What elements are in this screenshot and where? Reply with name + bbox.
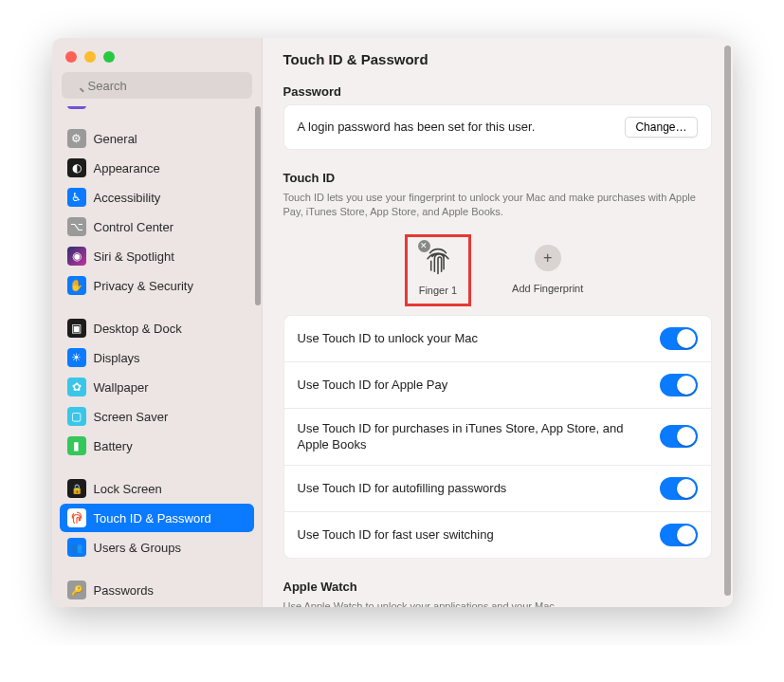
toggle-row-purchases: Use Touch ID for purchases in iTunes Sto… xyxy=(284,408,711,465)
sidebar-item-wallpaper[interactable]: ✿ Wallpaper xyxy=(60,373,254,401)
sidebar-item-privacy-security[interactable]: ✋ Privacy & Security xyxy=(60,271,254,300)
change-password-button[interactable]: Change… xyxy=(625,117,697,138)
users-icon: 👥 xyxy=(67,538,86,557)
screensaver-icon: ▢ xyxy=(67,407,86,426)
sidebar-item-label: Passwords xyxy=(94,583,155,598)
settings-window: ⧗ Screen Time ⚙ General ◐ Appearance ♿︎ … xyxy=(52,38,733,607)
control-center-icon: ⌥ xyxy=(67,217,86,236)
lock-icon: 🔒 xyxy=(67,479,86,498)
sidebar-item-label: Control Center xyxy=(94,220,174,234)
sidebar-item-passwords[interactable]: 🔑 Passwords xyxy=(60,576,254,604)
scrollbar-thumb[interactable] xyxy=(255,106,261,305)
sidebar-item-label: Siri & Spotlight xyxy=(94,249,174,264)
section-heading-touchid: Touch ID xyxy=(283,171,712,185)
scrollbar-thumb[interactable] xyxy=(724,46,731,596)
page-title: Touch ID & Password xyxy=(283,51,712,67)
toggle-row-apple-pay: Use Touch ID for Apple Pay xyxy=(284,361,711,408)
toggle-row-autofill: Use Touch ID for autofilling passwords xyxy=(284,465,711,511)
sidebar-item-desktop-dock[interactable]: ▣ Desktop & Dock xyxy=(60,314,254,342)
toggle-label: Use Touch ID for purchases in iTunes Sto… xyxy=(298,420,660,453)
toggle-unlock-mac[interactable] xyxy=(660,327,698,350)
sidebar-item-label: Accessibility xyxy=(94,191,161,205)
wallpaper-icon: ✿ xyxy=(67,378,86,396)
sidebar-item-users-groups[interactable]: 👥 Users & Groups xyxy=(60,533,254,562)
sidebar-item-lock-screen[interactable]: 🔒 Lock Screen xyxy=(60,474,254,503)
maximize-icon[interactable] xyxy=(103,51,115,63)
fingerprint-icon xyxy=(67,508,86,527)
sidebar-item-general[interactable]: ⚙ General xyxy=(60,124,254,153)
fingerprint-area: ✕ Finger 1 + Add Fingerprint xyxy=(283,231,712,315)
sidebar: ⧗ Screen Time ⚙ General ◐ Appearance ♿︎ … xyxy=(52,38,263,607)
touchid-toggles-card: Use Touch ID to unlock your Mac Use Touc… xyxy=(283,315,712,559)
password-status-text: A login password has been set for this u… xyxy=(298,119,626,136)
sidebar-item-label: Privacy & Security xyxy=(94,279,193,293)
toggle-label: Use Touch ID for Apple Pay xyxy=(298,377,660,394)
minimize-icon[interactable] xyxy=(84,51,96,63)
toggle-row-unlock-mac: Use Touch ID to unlock your Mac xyxy=(284,316,711,361)
sidebar-item-label: Touch ID & Password xyxy=(94,511,211,525)
appearance-icon: ◐ xyxy=(67,158,86,177)
sidebar-item-battery[interactable]: ▮ Battery xyxy=(60,432,254,460)
toggle-user-switching[interactable] xyxy=(660,524,698,546)
sidebar-item-screen-saver[interactable]: ▢ Screen Saver xyxy=(60,402,254,431)
toggle-label: Use Touch ID to unlock your Mac xyxy=(298,330,660,347)
section-heading-watch: Apple Watch xyxy=(283,580,712,594)
sidebar-item-accessibility[interactable]: ♿︎ Accessibility xyxy=(60,183,254,212)
plus-icon: + xyxy=(535,245,561,271)
password-card: A login password has been set for this u… xyxy=(283,104,712,150)
main-panel: Touch ID & Password Password A login pas… xyxy=(263,38,733,607)
sidebar-item-touch-id[interactable]: Touch ID & Password xyxy=(60,504,254,532)
sidebar-item-screen-time[interactable]: ⧗ Screen Time xyxy=(60,106,254,110)
fingerprint-tile-1[interactable]: ✕ Finger 1 xyxy=(411,241,465,300)
sidebar-item-label: Desktop & Dock xyxy=(94,322,182,336)
sidebar-item-label: Users & Groups xyxy=(94,541,181,555)
search-input[interactable] xyxy=(62,72,252,99)
sidebar-item-label: Screen Time xyxy=(94,106,163,107)
sidebar-item-label: Screen Saver xyxy=(94,410,169,424)
toggle-label: Use Touch ID for autofilling passwords xyxy=(298,480,660,497)
display-icon: ☀ xyxy=(67,348,86,367)
key-icon: 🔑 xyxy=(67,581,86,599)
sidebar-item-appearance[interactable]: ◐ Appearance xyxy=(60,154,254,182)
toggle-purchases[interactable] xyxy=(660,425,698,448)
delete-fingerprint-icon[interactable]: ✕ xyxy=(418,240,430,252)
toggle-apple-pay[interactable] xyxy=(660,374,698,396)
sidebar-item-label: General xyxy=(94,132,137,146)
accessibility-icon: ♿︎ xyxy=(67,188,86,207)
add-fingerprint-label: Add Fingerprint xyxy=(512,283,583,294)
hand-icon: ✋ xyxy=(67,276,86,295)
touchid-description: Touch ID lets you use your fingerprint t… xyxy=(283,191,712,220)
add-fingerprint-tile[interactable]: + Add Fingerprint xyxy=(512,241,583,300)
sidebar-nav[interactable]: ⧗ Screen Time ⚙ General ◐ Appearance ♿︎ … xyxy=(52,106,262,607)
sidebar-item-label: Lock Screen xyxy=(94,482,162,496)
sidebar-item-control-center[interactable]: ⌥ Control Center xyxy=(60,212,254,241)
siri-icon: ◉ xyxy=(67,247,86,266)
sidebar-item-label: Wallpaper xyxy=(94,380,149,395)
sidebar-item-label: Battery xyxy=(94,439,133,453)
battery-icon: ▮ xyxy=(67,436,86,455)
window-controls xyxy=(52,38,262,72)
hourglass-icon: ⧗ xyxy=(67,106,86,109)
toggle-label: Use Touch ID for fast user switching xyxy=(298,526,660,544)
sidebar-item-label: Displays xyxy=(94,351,140,365)
sidebar-item-displays[interactable]: ☀ Displays xyxy=(60,343,254,372)
sidebar-item-label: Appearance xyxy=(94,161,160,175)
toggle-row-user-switching: Use Touch ID for fast user switching xyxy=(284,511,711,558)
toggle-autofill[interactable] xyxy=(660,477,698,500)
section-heading-password: Password xyxy=(283,84,712,99)
search-icon xyxy=(62,72,252,99)
gear-icon: ⚙ xyxy=(67,129,86,148)
close-icon[interactable] xyxy=(65,51,77,63)
watch-description: Use Apple Watch to unlock your applicati… xyxy=(283,599,712,607)
fingerprint-label: Finger 1 xyxy=(419,285,457,296)
sidebar-item-siri[interactable]: ◉ Siri & Spotlight xyxy=(60,242,254,270)
dock-icon: ▣ xyxy=(67,319,86,338)
